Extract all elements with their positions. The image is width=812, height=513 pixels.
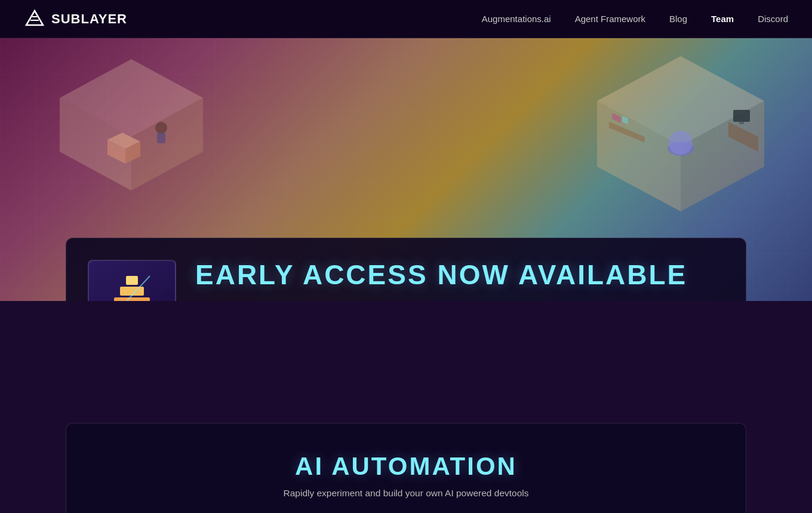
nav-link-augmentations[interactable]: Augmentations.ai bbox=[482, 14, 551, 24]
iso-room-left bbox=[48, 50, 215, 205]
logo-text: SUBLAYER bbox=[51, 11, 127, 27]
svg-rect-22 bbox=[157, 133, 165, 143]
ai-automation-title: AI AUTOMATION bbox=[90, 452, 722, 481]
svg-rect-26 bbox=[120, 287, 144, 296]
nav-link-blog[interactable]: Blog bbox=[669, 14, 687, 24]
nav-link-discord[interactable]: Discord bbox=[758, 14, 788, 24]
svg-marker-0 bbox=[26, 11, 43, 25]
main-content: AI AUTOMATION Rapidly experiment and bui… bbox=[0, 339, 812, 513]
svg-rect-27 bbox=[126, 276, 138, 285]
nav-link-agent-framework[interactable]: Agent Framework bbox=[575, 14, 645, 24]
pyramid-icon bbox=[96, 271, 168, 301]
navbar: SUBLAYER Augmentations.ai Agent Framewor… bbox=[0, 0, 812, 38]
svg-rect-9 bbox=[739, 122, 744, 124]
ai-automation-section: AI AUTOMATION Rapidly experiment and bui… bbox=[66, 423, 746, 513]
early-access-card: Augmentations EARLY ACCESS NOW AVAILABLE… bbox=[66, 238, 746, 301]
sublayer-logo-icon bbox=[24, 8, 45, 30]
ai-automation-subtitle: Rapidly experiment and build your own AI… bbox=[90, 488, 722, 499]
early-access-content: EARLY ACCESS NOW AVAILABLE Introducing o… bbox=[195, 260, 722, 301]
svg-rect-25 bbox=[114, 297, 150, 301]
svg-point-21 bbox=[155, 122, 167, 134]
early-access-title: EARLY ACCESS NOW AVAILABLE bbox=[195, 260, 722, 290]
iso-room-right bbox=[585, 44, 776, 223]
augmentations-logo: Augmentations bbox=[88, 260, 176, 301]
svg-point-14 bbox=[669, 131, 693, 155]
nav-links: Augmentations.ai Agent Framework Blog Te… bbox=[482, 14, 788, 24]
hero-background: Augmentations EARLY ACCESS NOW AVAILABLE… bbox=[0, 38, 812, 301]
nav-link-team[interactable]: Team bbox=[711, 14, 734, 24]
svg-rect-8 bbox=[733, 110, 750, 122]
logo[interactable]: SUBLAYER bbox=[24, 8, 127, 30]
